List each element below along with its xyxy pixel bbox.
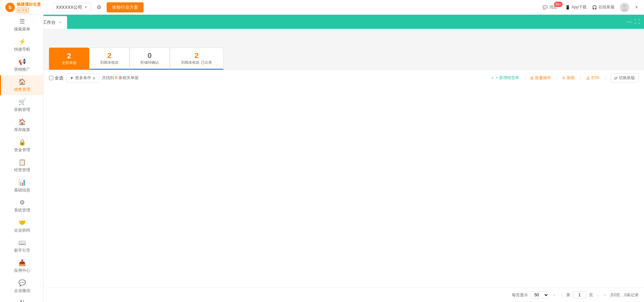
select-all-input[interactable] [49, 76, 53, 80]
username-label: ▼ [635, 5, 639, 10]
sidebar-item-purchase[interactable]: 🛒 采购管理 [0, 95, 43, 115]
sidebar-item-guide[interactable]: 📖 新手引导 [0, 236, 43, 256]
quick-nav-icon: ⚡ [18, 38, 26, 45]
sidebar-item-sales[interactable]: 🏠 销售管理 [0, 75, 43, 95]
inventory-icon: 🏠 [18, 118, 26, 126]
refresh-label: 刷新 [567, 75, 575, 81]
sidebar-item-label: 采购管理 [14, 107, 30, 113]
sidebar-item-label: 快捷导航 [14, 47, 30, 52]
minimize-icon[interactable]: — [627, 19, 632, 25]
work-tab-pending[interactable]: 0 旺铺待确认 [129, 48, 170, 70]
new-sale-button[interactable]: + + 新增销货单 [491, 75, 519, 81]
sidebar-item-search-menu[interactable]: ☰ 搜索菜单 [0, 15, 43, 35]
first-page-button[interactable]: « [552, 292, 557, 298]
maximize-icon[interactable]: ⛶ [635, 19, 640, 25]
settings-icon[interactable]: ⚙ [94, 2, 104, 12]
toolbar-divider-2 [556, 76, 557, 80]
print-icon: 🖨 [586, 76, 590, 80]
found-text: 共找到 0 条相关单据 [102, 75, 139, 81]
sales-icon: 🏠 [18, 78, 26, 85]
sidebar-item-marketing[interactable]: 📢 营销推广 [0, 55, 43, 75]
new-sale-label: + 新增销货单 [496, 75, 519, 81]
work-tab-count-overdue: 2 [107, 52, 111, 59]
app-download-label: App下载 [572, 4, 587, 10]
toolbar-divider-1 [525, 76, 525, 80]
filter-chevron-icon: ∨ [93, 76, 96, 80]
prev-page-button[interactable]: ‹ [559, 292, 564, 298]
top-header: b 畅捷通好生意 标准版 XXXXXX公司 ▼ ⚙ 体验行业方案 💬 消息 99… [0, 0, 644, 15]
main-content: 2 全部单据 2 到期未收款 0 旺铺待确认 2 到期未收款 已出库 全选 ▼ … [44, 44, 644, 300]
member-icon: V [20, 299, 24, 302]
sidebar-item-finance[interactable]: 🔒 资金管理 [0, 135, 43, 156]
company-selector[interactable]: XXXXXX公司 ▼ [52, 3, 91, 12]
work-tab-overdue[interactable]: 2 到期未收款 [89, 48, 129, 70]
purchase-icon: 🛒 [18, 98, 26, 106]
found-prefix: 共找到 [102, 75, 114, 80]
sidebar-item-operations[interactable]: 📋 经营管理 [0, 156, 43, 176]
sidebar-item-label: 销售管理 [14, 87, 30, 93]
app-download-icon: 📱 [565, 5, 570, 10]
print-button[interactable]: 🖨 打印 [586, 75, 599, 81]
logo-icon: b [5, 3, 15, 12]
sidebar-item-label: 搜索菜单 [14, 26, 30, 32]
search-menu-icon: ☰ [19, 18, 25, 25]
sidebar-item-enterprise[interactable]: 🤝 企业协同 [0, 216, 43, 236]
sidebar: ☰ 搜索菜单 ⚡ 快捷导航 📢 营销推广 🏠 销售管理 🛒 采购管理 🏠 库存核… [0, 15, 44, 302]
page-number-input[interactable] [573, 292, 586, 298]
header-right: 💬 消息 99+ 📱 App下载 🎧 在线客服 ▼ [543, 3, 639, 12]
page-size-label: 每页显示 [512, 292, 528, 298]
work-tab-count-pending: 0 [148, 52, 152, 59]
sidebar-item-label: 库存核算 [14, 127, 30, 133]
sidebar-item-system[interactable]: ⚙ 系统管理 [0, 196, 43, 216]
refresh-button[interactable]: ↻ 刷新 [562, 75, 575, 81]
operations-icon: 📋 [18, 159, 26, 166]
online-service-action[interactable]: 🎧 在线客服 [592, 4, 614, 10]
total-info: 共0页，0条记录 [610, 292, 639, 298]
toolbar: 全选 ▼ 更多条件 ∨ 共找到 0 条相关单据 + + 新增销货单 ⊞ 批量操作… [44, 70, 644, 86]
filter-icon: ▼ [70, 76, 74, 80]
sidebar-item-label: 企业微信 [14, 288, 30, 294]
wechat-icon: 💬 [18, 279, 26, 287]
sidebar-item-label: 营销推广 [14, 67, 30, 72]
refresh-icon: ↻ [562, 76, 566, 80]
enterprise-icon: 🤝 [18, 219, 26, 226]
user-avatar[interactable] [620, 3, 629, 12]
sidebar-item-label: 经营管理 [14, 167, 30, 173]
switch-version-button[interactable]: ⇄ 切换新版 [610, 73, 639, 82]
more-filters-button[interactable]: ▼ 更多条件 ∨ [66, 73, 99, 82]
work-tab-count-overdue-shipped: 2 [195, 52, 199, 59]
app-download-action[interactable]: 📱 App下载 [565, 4, 587, 10]
pagination-footer: 每页显示 50 20 100 « ‹ 第 页 › » 共0页，0条记录 [44, 288, 644, 302]
last-page-button[interactable]: » [602, 292, 607, 298]
finance-icon: 🔒 [18, 138, 26, 146]
found-count: 0 [115, 75, 117, 80]
sidebar-item-quick-nav[interactable]: ⚡ 快捷导航 [0, 35, 43, 55]
page-end-label: 页 [589, 292, 593, 298]
work-tab-overdue-shipped[interactable]: 2 到期未收款 已出库 [170, 48, 223, 70]
toolbar-divider-4 [605, 76, 605, 80]
work-tab-count-all: 2 [67, 52, 71, 60]
try-industry-button[interactable]: 体验行业方案 [107, 2, 144, 12]
logo-area: b 畅捷通好生意 标准版 [5, 2, 49, 13]
sidebar-item-wechat[interactable]: 💬 企业微信 [0, 276, 43, 296]
guide-icon: 📖 [18, 239, 26, 246]
select-all-checkbox[interactable]: 全选 [49, 75, 63, 81]
svg-point-0 [623, 4, 626, 8]
message-badge: 99+ [554, 2, 562, 7]
sidebar-item-inventory[interactable]: 🏠 库存核算 [0, 115, 43, 135]
work-tab-label-pending: 旺铺待确认 [141, 60, 159, 65]
chevron-down-icon: ▼ [84, 5, 88, 9]
batch-label: 批量操作 [535, 75, 551, 81]
sidebar-item-app-center[interactable]: 📥 应用中心 [0, 256, 43, 276]
sidebar-item-label: 系统管理 [14, 207, 30, 213]
work-tab-all[interactable]: 2 全部单据 [49, 48, 89, 70]
close-tab-icon[interactable]: × [59, 20, 61, 25]
next-page-button[interactable]: › [596, 292, 600, 298]
sidebar-item-member[interactable]: V 畅会员 [0, 296, 43, 302]
found-suffix: 条相关单据 [118, 75, 139, 80]
batch-ops-button[interactable]: ⊞ 批量操作 [530, 75, 551, 81]
plus-icon: + [491, 76, 494, 80]
sidebar-item-basic-info[interactable]: 📊 基础信息 [0, 176, 43, 196]
message-action[interactable]: 💬 消息 99+ [543, 4, 560, 10]
page-size-select[interactable]: 50 20 100 [531, 291, 549, 299]
